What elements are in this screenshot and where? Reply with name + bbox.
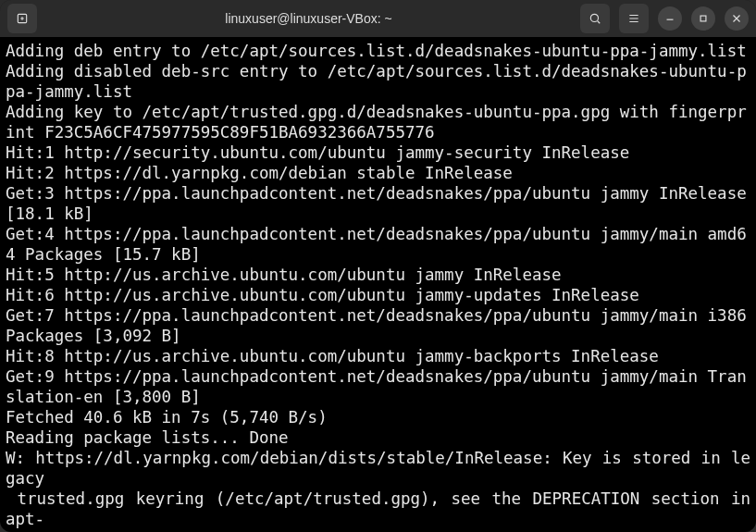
warning-line: trusted.gpg keyring (/etc/apt/trusted.gp… [6, 489, 750, 529]
output-line: Fetched 40.6 kB in 7s (5,740 B/s) [6, 408, 328, 427]
menu-button[interactable] [619, 4, 649, 33]
output-line: Adding key to /etc/apt/trusted.gpg.d/dea… [6, 103, 747, 142]
output-line: Get:3 https://ppa.launchpadcontent.net/d… [6, 184, 756, 223]
maximize-button[interactable] [691, 6, 715, 31]
output-line: Hit:1 http://security.ubuntu.com/ubuntu … [6, 143, 629, 162]
output-line: Hit:2 https://dl.yarnpkg.com/debian stab… [6, 164, 513, 182]
warning-line: W: https://dl.yarnpkg.com/debian/dists/s… [6, 448, 750, 489]
output-line: Adding disabled deb-src entry to /etc/ap… [6, 62, 747, 101]
output-line: Get:4 https://ppa.launchpadcontent.net/d… [6, 225, 747, 264]
terminal-window: linuxuser@linuxuser-VBox: ~ Adding deb e… [0, 0, 756, 532]
output-line: Get:7 https://ppa.launchpadcontent.net/d… [6, 306, 756, 345]
minimize-button[interactable] [658, 6, 682, 31]
close-button[interactable] [725, 6, 749, 31]
terminal-output[interactable]: Adding deb entry to /etc/apt/sources.lis… [0, 37, 756, 532]
search-button[interactable] [580, 4, 610, 33]
output-line: Adding deb entry to /etc/apt/sources.lis… [6, 42, 747, 60]
output-line: Get:9 https://ppa.launchpadcontent.net/d… [6, 367, 747, 406]
svg-point-1 [590, 14, 598, 21]
new-tab-button[interactable] [7, 4, 37, 33]
titlebar: linuxuser@linuxuser-VBox: ~ [0, 0, 756, 37]
output-line: Hit:6 http://us.archive.ubuntu.com/ubunt… [6, 286, 639, 304]
output-line: Hit:5 http://us.archive.ubuntu.com/ubunt… [6, 266, 562, 284]
output-line: Reading package lists... Done [6, 428, 289, 447]
window-title: linuxuser@linuxuser-VBox: ~ [43, 11, 575, 26]
svg-rect-2 [700, 16, 706, 21]
output-line: Hit:8 http://us.archive.ubuntu.com/ubunt… [6, 347, 659, 365]
